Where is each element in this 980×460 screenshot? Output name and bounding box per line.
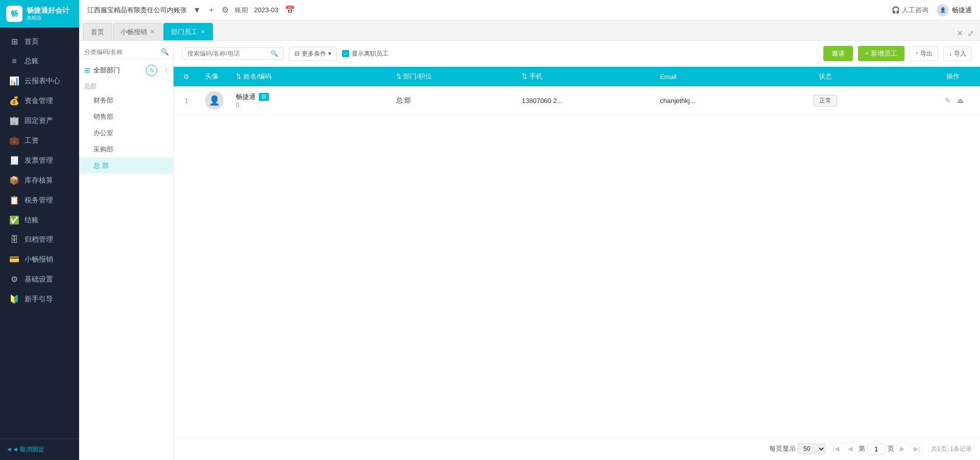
sidebar-item-label: 小畅报销	[24, 255, 53, 264]
guide-icon: 🔰	[9, 294, 19, 304]
expense-icon: 💳	[9, 254, 19, 264]
tab-home[interactable]: 首页	[83, 23, 112, 40]
dept-item-label: 销售部	[93, 113, 113, 120]
avatar: 👤	[205, 91, 224, 110]
dept-search-input[interactable]	[84, 48, 161, 56]
tab-close-window-icon[interactable]: ✕	[957, 29, 963, 38]
employee-name: 畅捷通	[236, 92, 256, 101]
employee-email: chanjethkj...	[660, 97, 695, 105]
add-employee-button[interactable]: + 新增员工	[858, 46, 904, 61]
page-first-button[interactable]: |◀	[830, 443, 842, 455]
dept-item-office[interactable]: 办公室	[79, 125, 173, 141]
import-button[interactable]: ↓ 导入	[943, 46, 972, 61]
col-avatar-label: 头像	[205, 72, 218, 80]
tab-expense-label: 小畅报销	[120, 28, 147, 37]
page-size-label: 每页显示	[769, 444, 796, 453]
logo-subtitle: 旗舰版	[27, 14, 69, 21]
filter-icon: ⊟	[295, 50, 300, 57]
sidebar-item-archive[interactable]: 🗄 归档管理	[0, 230, 79, 249]
dept-collapse-icon[interactable]: 《	[162, 67, 168, 74]
salary-icon: 💼	[9, 136, 19, 145]
employee-code: 0	[236, 101, 384, 109]
dept-edit-button[interactable]: ✎	[146, 65, 157, 76]
show-resigned-toggle[interactable]: ✓ 显示离职员工	[342, 49, 388, 58]
edit-icon[interactable]: ✎	[945, 96, 951, 105]
col-status-label: 状态	[819, 72, 832, 80]
tab-dept-close[interactable]: ✕	[201, 29, 205, 35]
page-last-button[interactable]: ▶|	[911, 443, 923, 455]
page-prev-button[interactable]: ◀	[844, 443, 856, 455]
sidebar-item-reports[interactable]: 📊 云报表中心	[0, 71, 79, 91]
employee-search-input[interactable]	[187, 50, 267, 57]
sidebar-item-inventory[interactable]: 📦 库存核算	[0, 170, 79, 190]
sidebar-item-salary[interactable]: 💼 工资	[0, 131, 79, 150]
add-company-button[interactable]: ＋	[207, 5, 215, 15]
filter-button[interactable]: ⊟ 更多条件 ▾	[289, 47, 337, 61]
col-phone-sort-icon: ⇅	[522, 72, 529, 80]
page-nav: |◀ ◀ 第 页 ▶ ▶|	[830, 443, 923, 455]
sidebar-item-label: 云报表中心	[24, 76, 60, 86]
page-next-button[interactable]: ▶	[896, 443, 909, 455]
column-settings-icon[interactable]: ⚙	[183, 73, 189, 81]
invoice-icon: 🧾	[9, 156, 19, 165]
import-label: 导入	[954, 49, 966, 58]
filter-label: 更多条件	[302, 49, 326, 58]
sidebar-item-settle[interactable]: ✅ 结账	[0, 210, 79, 230]
export-label: 导出	[920, 49, 933, 58]
tab-expense[interactable]: 小畅报销 ✕	[113, 23, 162, 40]
sidebar-item-invoice[interactable]: 🧾 发票管理	[0, 150, 79, 170]
sidebar-unpin-button[interactable]: ◄◄ 取消固定	[0, 439, 79, 460]
invite-button[interactable]: 邀请	[823, 46, 853, 61]
col-avatar: 头像	[199, 67, 230, 86]
company-dropdown-icon[interactable]: ▼	[193, 6, 201, 15]
sidebar-item-funds[interactable]: 💰 资金管理	[0, 91, 79, 111]
col-phone[interactable]: ⇅ 手机	[516, 67, 654, 86]
row-action-cell: ✎ ⏏	[872, 86, 980, 115]
dept-sidebar: 🔍 ⊞ 全部部门 ✎ 《 总部 财务部 销售部 办公室	[79, 41, 174, 460]
assets-icon: 🏢	[9, 116, 19, 125]
user-area[interactable]: 👤 畅捷通	[937, 4, 972, 16]
tab-expand-window-icon[interactable]: ⤢	[967, 29, 974, 38]
all-dept-item[interactable]: ⊞ 全部部门 ✎ 《	[79, 61, 173, 80]
dept-search-icon[interactable]: 🔍	[161, 48, 169, 56]
page-size-dropdown[interactable]: 50 20 100	[798, 443, 826, 454]
sidebar-item-guide[interactable]: 🔰 新手引导	[0, 289, 79, 309]
dept-item-sales[interactable]: 销售部	[79, 109, 173, 125]
col-phone-label: 手机	[529, 72, 543, 80]
sidebar-item-home[interactable]: ⊞ 首页	[0, 32, 79, 52]
sidebar-item-assets[interactable]: 🏢 固定资产	[0, 111, 79, 131]
tab-dept[interactable]: 部门员工 ✕	[163, 23, 213, 40]
unpin-label: ◄◄ 取消固定	[6, 445, 44, 454]
dept-item-finance[interactable]: 财务部	[79, 92, 173, 109]
page-number-input[interactable]	[867, 444, 886, 454]
sidebar-item-expense[interactable]: 💳 小畅报销	[0, 249, 79, 269]
export-button[interactable]: ↑ 导出	[910, 46, 938, 61]
consultant-button[interactable]: 🎧 人工咨询	[892, 6, 928, 15]
header-settings-icon[interactable]: ⚙	[222, 5, 229, 15]
tab-expense-close[interactable]: ✕	[150, 29, 155, 35]
sidebar-item-tax[interactable]: 📋 税务管理	[0, 190, 79, 210]
sidebar-item-ledger[interactable]: ≡ 总账	[0, 52, 79, 71]
ledger-icon: ≡	[9, 57, 19, 66]
employee-phone: 13807060 2...	[522, 97, 562, 105]
sidebar-item-label: 资金管理	[24, 96, 53, 106]
col-dept[interactable]: ⇅ 部门/职位	[390, 67, 516, 86]
page-body: 🔍 ⊞ 全部部门 ✎ 《 总部 财务部 销售部 办公室	[79, 41, 980, 460]
sidebar-item-label: 结账	[24, 216, 39, 225]
sidebar-item-settings[interactable]: ⚙ 基础设置	[0, 269, 79, 289]
show-resigned-checkbox[interactable]: ✓	[342, 50, 349, 57]
employee-search-icon[interactable]: 🔍	[271, 50, 278, 57]
calendar-icon[interactable]: 📅	[285, 5, 295, 15]
funds-icon: 💰	[9, 96, 19, 106]
dept-item-purchase[interactable]: 采购部	[79, 141, 173, 158]
sidebar-item-label: 总账	[24, 57, 39, 66]
col-name[interactable]: ⇅ 姓名/编码	[230, 67, 390, 86]
row-status-cell: 正常	[778, 86, 872, 115]
sidebar: 畅 畅捷通好会计 旗舰版 ⊞ 首页 ≡ 总账 📊 云报表中心 💰 资金管理 🏢 …	[0, 0, 79, 460]
sidebar-item-label: 归档管理	[24, 235, 53, 244]
sidebar-item-label: 新手引导	[24, 295, 53, 304]
dept-item-general[interactable]: 总 部	[79, 158, 173, 174]
logout-icon[interactable]: ⏏	[957, 96, 964, 105]
dept-item-label: 采购部	[93, 145, 113, 153]
employee-dept-badge: 部	[259, 93, 269, 101]
